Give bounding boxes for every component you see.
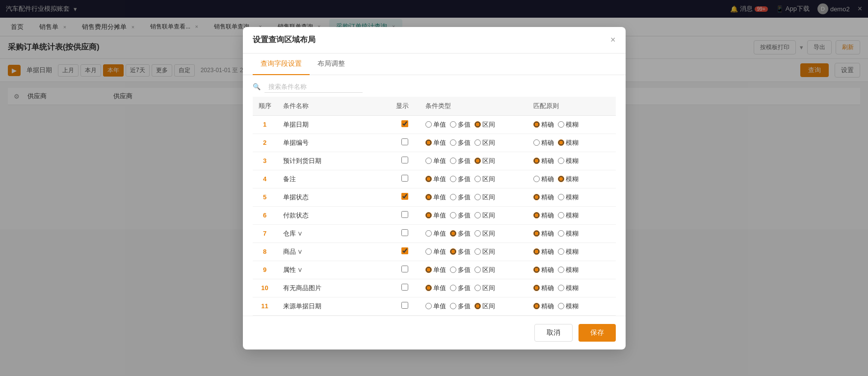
display-checkbox[interactable]: [401, 120, 408, 127]
row-display-cell: [390, 188, 420, 206]
type-radio-item[interactable]: 多值: [450, 175, 471, 184]
match-radio-item[interactable]: 精确: [533, 229, 554, 230]
tab-layout[interactable]: 布局调整: [310, 54, 353, 75]
display-checkbox[interactable]: [401, 193, 408, 200]
type-radio-item[interactable]: 单值: [425, 229, 446, 230]
row-condition-name: 单据日期: [277, 115, 390, 134]
search-input[interactable]: [264, 81, 363, 93]
type-radio-item[interactable]: 区间: [474, 138, 495, 147]
type-radio-item[interactable]: 区间: [474, 193, 495, 202]
table-row: 6付款状态单值多值区间精确模糊: [253, 206, 616, 224]
type-radio-item[interactable]: 区间: [474, 120, 495, 129]
match-radio-item[interactable]: 精确: [533, 120, 554, 129]
row-order: 4: [253, 170, 277, 188]
row-order: 5: [253, 188, 277, 206]
table-row: 7仓库 ∨单值多值区间精确模糊: [253, 224, 616, 229]
dialog-title: 设置查询区域布局: [253, 35, 316, 45]
row-condition-name: 预计到货日期: [277, 152, 390, 170]
type-radio-item[interactable]: 多值: [450, 138, 471, 147]
conditions-table: 顺序 条件名称 显示 条件类型 匹配原则 1单据日期单值多值区间精确模糊2单据编…: [253, 97, 616, 230]
row-display-cell: [390, 224, 420, 229]
th-order: 顺序: [253, 97, 277, 116]
type-radio-item[interactable]: 区间: [474, 211, 495, 220]
row-match-cell: 精确模糊: [527, 152, 616, 170]
type-radio-item[interactable]: 多值: [450, 229, 471, 230]
type-radio-item[interactable]: 区间: [474, 157, 495, 165]
display-checkbox[interactable]: [401, 211, 408, 218]
dialog-table-wrap: 顺序 条件名称 显示 条件类型 匹配原则 1单据日期单值多值区间精确模糊2单据编…: [243, 97, 626, 230]
row-condition-name: 单据编号: [277, 134, 390, 152]
row-match-cell: 精确模糊: [527, 224, 616, 229]
row-match-cell: 精确模糊: [527, 115, 616, 134]
type-radio-item[interactable]: 单值: [425, 193, 446, 202]
match-radio-item[interactable]: 精确: [533, 157, 554, 165]
settings-dialog: 设置查询区域布局 × 查询字段设置 布局调整 🔍 顺序 条件名称 显示 条件类型: [243, 27, 626, 230]
table-row: 5单据状态单值多值区间精确模糊: [253, 188, 616, 206]
match-radio-item[interactable]: 模糊: [558, 120, 579, 129]
row-condition-name: 付款状态: [277, 206, 390, 224]
type-radio-item[interactable]: 单值: [425, 175, 446, 184]
row-display-cell: [390, 134, 420, 152]
tab-field-settings[interactable]: 查询字段设置: [253, 54, 310, 75]
display-checkbox[interactable]: [401, 157, 408, 163]
row-match-cell: 精确模糊: [527, 206, 616, 224]
match-radio-item[interactable]: 精确: [533, 175, 554, 184]
row-match-cell: 精确模糊: [527, 170, 616, 188]
type-radio-item[interactable]: 单值: [425, 120, 446, 129]
match-radio-item[interactable]: 精确: [533, 193, 554, 202]
row-order: 2: [253, 134, 277, 152]
type-radio-item[interactable]: 多值: [450, 120, 471, 129]
row-match-cell: 精确模糊: [527, 188, 616, 206]
type-radio-item[interactable]: 区间: [474, 175, 495, 184]
table-row: 4备注单值多值区间精确模糊: [253, 170, 616, 188]
dialog-tab-bar: 查询字段设置 布局调整: [243, 54, 626, 75]
th-name: 条件名称: [277, 97, 390, 116]
match-radio-item[interactable]: 模糊: [558, 193, 579, 202]
type-radio-item[interactable]: 多值: [450, 211, 471, 220]
match-radio-item[interactable]: 模糊: [558, 175, 579, 184]
dialog-search-area: 🔍: [243, 75, 626, 97]
display-checkbox[interactable]: [401, 138, 408, 145]
row-type-cell: 单值多值区间: [420, 206, 527, 224]
table-row: 3预计到货日期单值多值区间精确模糊: [253, 152, 616, 170]
table-row: 2单据编号单值多值区间精确模糊: [253, 134, 616, 152]
row-type-cell: 单值多值区间: [420, 115, 527, 134]
match-radio-item[interactable]: 模糊: [558, 157, 579, 165]
row-type-cell: 单值多值区间: [420, 134, 527, 152]
row-order: 6: [253, 206, 277, 224]
type-radio-item[interactable]: 单值: [425, 138, 446, 147]
th-type: 条件类型: [420, 97, 527, 116]
row-type-cell: 单值多值区间: [420, 170, 527, 188]
row-type-cell: 单值多值区间: [420, 224, 527, 229]
table-row: 1单据日期单值多值区间精确模糊: [253, 115, 616, 134]
match-radio-item[interactable]: 精确: [533, 138, 554, 147]
display-checkbox[interactable]: [401, 175, 408, 182]
row-condition-name: 备注: [277, 170, 390, 188]
row-order: 3: [253, 152, 277, 170]
row-condition-name: 仓库 ∨: [277, 224, 390, 229]
table-header-row: 顺序 条件名称 显示 条件类型 匹配原则: [253, 97, 616, 116]
dialog-close-button[interactable]: ×: [610, 35, 616, 44]
row-display-cell: [390, 206, 420, 224]
type-radio-item[interactable]: 多值: [450, 193, 471, 202]
row-order: 1: [253, 115, 277, 134]
search-icon: 🔍: [253, 83, 261, 90]
row-condition-name: 单据状态: [277, 188, 390, 206]
match-radio-item[interactable]: 模糊: [558, 138, 579, 147]
row-display-cell: [390, 170, 420, 188]
th-match: 匹配原则: [527, 97, 616, 116]
row-order: 7: [253, 224, 277, 229]
row-type-cell: 单值多值区间: [420, 188, 527, 206]
match-radio-item[interactable]: 模糊: [558, 229, 579, 230]
th-display: 显示: [390, 97, 420, 116]
type-radio-item[interactable]: 区间: [474, 229, 495, 230]
type-radio-item[interactable]: 单值: [425, 157, 446, 165]
row-type-cell: 单值多值区间: [420, 152, 527, 170]
modal-overlay: 设置查询区域布局 × 查询字段设置 布局调整 🔍 顺序 条件名称 显示 条件类型: [0, 0, 868, 229]
row-display-cell: [390, 152, 420, 170]
match-radio-item[interactable]: 模糊: [558, 211, 579, 220]
type-radio-item[interactable]: 多值: [450, 157, 471, 165]
type-radio-item[interactable]: 单值: [425, 211, 446, 220]
match-radio-item[interactable]: 精确: [533, 211, 554, 220]
dialog-header: 设置查询区域布局 ×: [243, 27, 626, 54]
